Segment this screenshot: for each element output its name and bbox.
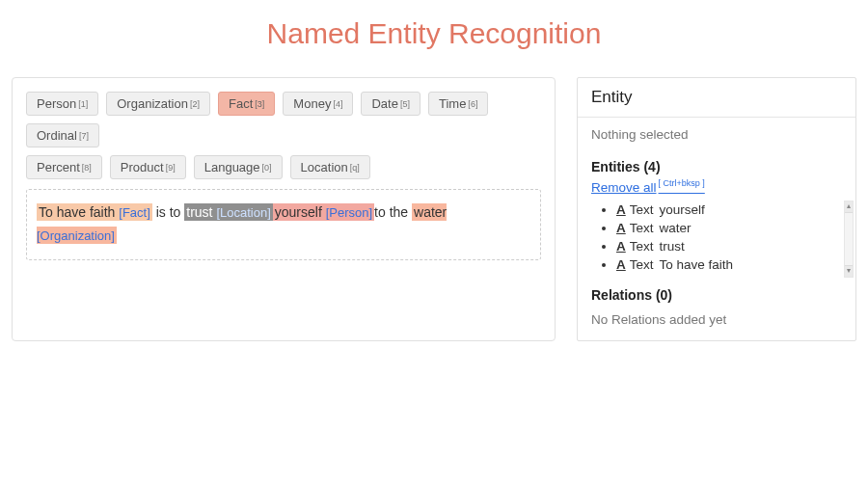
tag-row-1: Person[1] Organization[2] Fact[3] Money[… (26, 92, 541, 147)
relations-empty: No Relations added yet (578, 307, 855, 340)
tag-organization[interactable]: Organization[2] (106, 92, 210, 116)
text-icon: A (616, 202, 626, 217)
remove-all-shortcut: [ Ctrl+bksp ] (659, 178, 705, 188)
tag-ordinal[interactable]: Ordinal[7] (26, 123, 99, 147)
tag-fact[interactable]: Fact[3] (218, 92, 275, 116)
selection-status: Nothing selected (578, 118, 855, 151)
annotation-fact[interactable]: To have faith [Fact] (37, 203, 152, 221)
annotation-panel: Person[1] Organization[2] Fact[3] Money[… (12, 77, 556, 341)
list-item[interactable]: ATextyourself (616, 201, 842, 219)
text-icon: A (616, 221, 626, 235)
remove-all-link[interactable]: Remove all[ Ctrl+bksp ] (591, 180, 705, 195)
text-icon: A (616, 239, 626, 254)
tag-location[interactable]: Location[q] (290, 155, 370, 179)
list-item[interactable]: ATextwater (616, 219, 842, 237)
tag-date[interactable]: Date[5] (361, 92, 420, 116)
scrollbar[interactable]: ▴ ▾ (844, 201, 854, 278)
scroll-up-icon[interactable]: ▴ (845, 201, 853, 213)
plain-text[interactable]: to the (374, 204, 412, 220)
annotation-text[interactable]: To have faith [Fact] is to trust [Locati… (26, 189, 541, 260)
plain-text[interactable]: is to (152, 204, 184, 220)
scroll-down-icon[interactable]: ▾ (845, 265, 853, 277)
text-icon: A (616, 257, 626, 272)
list-item[interactable]: ATexttrust (616, 237, 842, 255)
annotation-person[interactable]: yourself [Person] (273, 203, 374, 221)
entities-list: ATextyourself ATextwater ATexttrust ATex… (591, 201, 842, 274)
page-title: Named Entity Recognition (0, 0, 868, 77)
tag-time[interactable]: Time[6] (428, 92, 488, 116)
tag-row-2: Percent[8] Product[9] Language[0] Locati… (26, 155, 541, 179)
annotation-location[interactable]: trust [Location] (184, 203, 273, 221)
tag-language[interactable]: Language[0] (194, 155, 283, 179)
entities-header: Entities (4) (578, 151, 855, 178)
relations-header: Relations (0) (578, 280, 855, 307)
sidebar-header: Entity (578, 78, 855, 118)
tag-product[interactable]: Product[9] (110, 155, 186, 179)
list-item[interactable]: ATextTo have faith (616, 255, 842, 274)
tag-money[interactable]: Money[4] (283, 92, 353, 116)
entity-sidebar: Entity Nothing selected Entities (4) Rem… (577, 77, 856, 341)
tag-person[interactable]: Person[1] (26, 92, 98, 116)
tag-percent[interactable]: Percent[8] (26, 155, 102, 179)
